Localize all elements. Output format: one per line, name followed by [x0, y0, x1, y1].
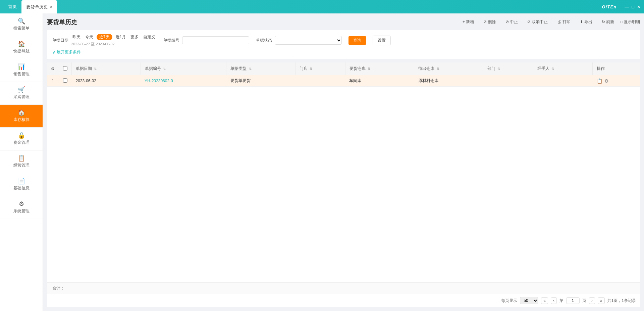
date-cell: 2023-06-02: [72, 75, 141, 87]
date-filter-group: 昨天 今天 近7天 近1月 更多 自定义 2023-05-27 至 2023-0…: [71, 34, 157, 47]
tab-requisition-history[interactable]: 要货单历史 ×: [21, 0, 57, 14]
brand-label: OfTEn: [602, 4, 616, 9]
th-handler[interactable]: 经手人 ⇅: [533, 62, 593, 75]
th-order-type[interactable]: 单据类型 ⇅: [226, 62, 296, 75]
sidebar-item-label: 搜索菜单: [13, 26, 30, 31]
window-controls: OfTEn — □ ✕: [602, 4, 641, 9]
order-no-cell[interactable]: YH-20230602-0: [141, 75, 226, 87]
sidebar-item-label: 系统管理: [13, 208, 30, 214]
sidebar-item-finance[interactable]: 🔒 资金管理: [0, 128, 43, 150]
sidebar-item-label: 销售管理: [13, 71, 30, 77]
sidebar-item-label: 库存核算: [13, 117, 30, 123]
sidebar-item-system-mgmt[interactable]: ⚙ 系统管理: [0, 196, 43, 219]
shortcut-custom[interactable]: 自定义: [142, 34, 157, 40]
refresh-button[interactable]: ↻ 刷新: [598, 17, 618, 27]
page-label: 第: [559, 298, 564, 304]
tab-home-label: 首页: [8, 4, 17, 10]
table-header-row: ⚙ 单据日期 ⇅ 单据编号 ⇅ 单据类型: [47, 62, 640, 75]
delete-button[interactable]: ⊘ 删除: [480, 17, 499, 27]
more-op-btn[interactable]: ⚙: [604, 78, 609, 84]
shortcut-today[interactable]: 今天: [84, 34, 95, 40]
sidebar-item-inventory[interactable]: 🏠 库存核算: [0, 105, 43, 128]
sort-handler-icon: ⇅: [551, 67, 554, 71]
new-button[interactable]: + 新增: [459, 17, 477, 27]
shortcut-7days[interactable]: 近7天: [97, 34, 112, 40]
table-footer: 合计：: [47, 282, 640, 294]
stop-button[interactable]: ⊘ 中止: [502, 17, 521, 27]
status-select[interactable]: [275, 36, 342, 45]
maximize-btn[interactable]: □: [632, 4, 634, 9]
main-layout: 🔍 搜索菜单 🏠 快捷导航 📊 销售管理 🛒 采购管理 🏠 库存核算 🔒 资金管…: [0, 13, 644, 311]
sidebar-item-sales-mgmt[interactable]: 📊 销售管理: [0, 59, 43, 82]
store-cell: [295, 75, 345, 87]
data-table: ⚙ 单据日期 ⇅ 单据编号 ⇅ 单据类型: [47, 62, 640, 87]
order-no-link[interactable]: YH-20230602-0: [145, 79, 173, 83]
shortcut-more[interactable]: 更多: [129, 34, 140, 40]
th-store[interactable]: 门店 ⇅: [295, 62, 345, 75]
prev-page-btn[interactable]: ‹: [551, 297, 557, 304]
sidebar-item-label: 经营管理: [13, 163, 30, 168]
minimize-btn[interactable]: —: [625, 4, 629, 9]
th-pending-warehouse[interactable]: 待出仓库 ⇅: [414, 62, 483, 75]
expand-more-btn[interactable]: ∨ 展开更多条件: [52, 49, 635, 55]
settings-icon-th[interactable]: ⚙: [47, 62, 59, 75]
display-detail-btn[interactable]: □ 显示明细: [620, 19, 640, 25]
sort-order-type-icon: ⇅: [249, 67, 252, 71]
table-wrapper: ⚙ 单据日期 ⇅ 单据编号 ⇅ 单据类型: [47, 62, 640, 294]
sidebar-item-quick-nav[interactable]: 🏠 快捷导航: [0, 36, 43, 59]
status-label: 单据状态: [256, 38, 272, 43]
query-button[interactable]: 查询: [348, 36, 366, 45]
sidebar-item-label: 资金管理: [13, 140, 30, 145]
tab-requisition-label: 要货单历史: [26, 4, 48, 10]
system-mgmt-icon: ⚙: [19, 201, 24, 207]
sidebar-item-label: 采购管理: [13, 94, 30, 100]
shortcut-yesterday[interactable]: 昨天: [71, 34, 82, 40]
first-page-btn[interactable]: «: [541, 297, 548, 304]
row-checkbox-cell: [59, 75, 72, 87]
sort-pending-warehouse-icon: ⇅: [437, 67, 439, 71]
tab-close-btn[interactable]: ×: [50, 5, 52, 9]
sales-mgmt-icon: 📊: [18, 64, 25, 70]
next-page-btn[interactable]: ›: [589, 297, 595, 304]
page-input[interactable]: 1: [566, 297, 580, 304]
th-order-no[interactable]: 单据编号 ⇅: [141, 62, 226, 75]
settings-button[interactable]: 设置: [373, 36, 391, 45]
shortcut-1month[interactable]: 近1月: [114, 34, 127, 40]
page-size-select[interactable]: 50 10 20 100: [520, 297, 538, 304]
top-bar: 首页 要货单历史 × OfTEn — □ ✕: [0, 0, 644, 13]
print-button[interactable]: 🖨 打印: [554, 17, 574, 27]
pending-warehouse-cell: 原材料仓库: [414, 75, 483, 87]
inventory-icon: 🏠: [18, 109, 25, 116]
last-page-btn[interactable]: »: [598, 297, 605, 304]
handler-cell: [533, 75, 593, 87]
quick-nav-icon: 🏠: [18, 41, 25, 47]
page-header: 要货单历史 + 新增 ⊘ 删除 ⊘ 中止 ⊘ 取消中止 🖨 打印 ⬆ 导出 ↻ …: [47, 17, 640, 27]
th-dept[interactable]: 部门 ⇅: [483, 62, 533, 75]
date-filter: 单据日期 昨天 今天 近7天 近1月 更多 自定义 2023-05-27 至 2…: [52, 34, 157, 47]
order-no-input[interactable]: [182, 36, 249, 44]
page-suffix: 页: [582, 298, 586, 304]
close-btn[interactable]: ✕: [637, 4, 641, 9]
search-menu-icon: 🔍: [18, 18, 25, 24]
th-date[interactable]: 单据日期 ⇅: [72, 62, 141, 75]
sidebar-item-search-menu[interactable]: 🔍 搜索菜单: [0, 13, 43, 36]
sort-date-icon: ⇅: [94, 67, 97, 71]
row-checkbox[interactable]: [63, 78, 67, 83]
sidebar-item-operation[interactable]: 📋 经营管理: [0, 150, 43, 173]
sidebar-item-label: 快捷导航: [13, 48, 30, 54]
purchase-mgmt-icon: 🛒: [18, 87, 25, 93]
tab-home[interactable]: 首页: [3, 0, 21, 13]
filter-row: 单据日期 昨天 今天 近7天 近1月 更多 自定义 2023-05-27 至 2…: [52, 34, 635, 47]
sidebar-item-purchase-mgmt[interactable]: 🛒 采购管理: [0, 82, 43, 105]
edit-op-btn[interactable]: 📋: [597, 78, 602, 84]
th-req-warehouse[interactable]: 要货仓库 ⇅: [345, 62, 414, 75]
sidebar-item-basic-info[interactable]: 📄 基础信息: [0, 173, 43, 196]
export-button[interactable]: ⬆ 导出: [577, 17, 596, 27]
select-all-checkbox[interactable]: [63, 66, 67, 71]
filter-area: 单据日期 昨天 今天 近7天 近1月 更多 自定义 2023-05-27 至 2…: [47, 30, 640, 59]
order-no-label: 单据编号: [163, 38, 179, 43]
cancel-stop-button[interactable]: ⊘ 取消中止: [524, 17, 551, 27]
toolbar: + 新增 ⊘ 删除 ⊘ 中止 ⊘ 取消中止 🖨 打印 ⬆ 导出 ↻ 刷新 □ 显…: [459, 17, 640, 27]
finance-icon: 🔒: [18, 132, 25, 138]
operation-icon: 📋: [18, 155, 25, 161]
